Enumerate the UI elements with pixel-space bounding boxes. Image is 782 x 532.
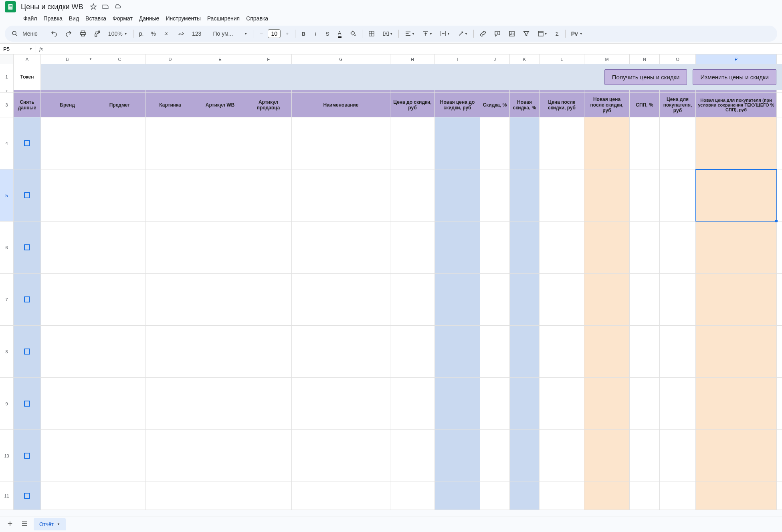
row-header-8[interactable]: 8 [0,326,14,377]
cell-B9[interactable] [41,378,94,429]
header-A[interactable]: Снять данные [14,93,41,117]
name-box[interactable]: P5▼ [0,45,36,53]
h-align-icon[interactable]: ▼ [401,28,418,39]
menu-edit[interactable]: Правка [40,14,65,22]
cell-O7[interactable] [660,274,696,325]
cell-A7[interactable] [14,274,41,325]
cell-H6[interactable] [390,222,435,273]
zoom-selector[interactable]: 100%▼ [105,29,131,38]
cell-C10[interactable] [94,430,145,482]
decrease-font-icon[interactable]: − [256,28,267,39]
cell-H5[interactable] [390,169,435,221]
currency-button[interactable]: р. [136,28,147,39]
paint-format-icon[interactable] [91,28,104,39]
checkbox-4[interactable] [24,140,30,146]
cell-K7[interactable] [510,274,540,325]
move-icon[interactable] [102,3,109,10]
cell-G8[interactable] [292,326,390,377]
cell-L8[interactable] [540,326,584,377]
cell-D10[interactable] [145,430,195,482]
cell-A4[interactable] [14,117,41,169]
cell-F7[interactable] [245,274,292,325]
cell-F10[interactable] [245,430,292,482]
cell-J8[interactable] [480,326,510,377]
italic-icon[interactable]: I [310,28,321,39]
cell-F9[interactable] [245,378,292,429]
cell-L6[interactable] [540,222,584,273]
cell-A9[interactable] [14,378,41,429]
header-P[interactable]: Новая цена для покупателя (при условии с… [696,93,777,117]
cell-M5[interactable] [584,169,630,221]
menu-file[interactable]: Файл [20,14,40,22]
cell-L9[interactable] [540,378,584,429]
cell-F5[interactable] [245,169,292,221]
cell-H4[interactable] [390,117,435,169]
cell-M6[interactable] [584,222,630,273]
checkbox-7[interactable] [24,296,30,302]
font-size-input[interactable] [268,29,281,38]
cell-B6[interactable] [41,222,94,273]
cell-B11[interactable] [41,482,94,510]
cell-B4[interactable] [41,117,94,169]
header-N[interactable]: СПП, % [630,93,660,117]
cell-F11[interactable] [245,482,292,510]
set-prices-button[interactable]: Изменить цены и скидки [693,69,776,85]
filter-views-icon[interactable]: ▼ [534,28,551,39]
row-header-5[interactable]: 5 [0,169,14,221]
cell-J10[interactable] [480,430,510,482]
cell-L10[interactable] [540,430,584,482]
col-header-C[interactable]: C [94,54,145,64]
document-title[interactable]: Цены и скидки WB [21,3,83,11]
col-header-L[interactable]: L [540,54,584,64]
cell-L5[interactable] [540,169,584,221]
row-header-7[interactable]: 7 [0,274,14,325]
cell-J4[interactable] [480,117,510,169]
row-header-3[interactable]: 3 [0,93,14,117]
cell-C8[interactable] [94,326,145,377]
cell-I11[interactable] [435,482,480,510]
sheet-tab-1[interactable]: Отчёт▼ [34,518,66,530]
cell-G11[interactable] [292,482,390,510]
cell-H10[interactable] [390,430,435,482]
cell-I10[interactable] [435,430,480,482]
increase-font-icon[interactable]: + [281,28,293,39]
cell-C4[interactable] [94,117,145,169]
undo-icon[interactable] [47,28,61,39]
cloud-icon[interactable] [114,3,121,10]
cell-D6[interactable] [145,222,195,273]
cell-I7[interactable] [435,274,480,325]
cell-I9[interactable] [435,378,480,429]
checkbox-6[interactable] [24,244,30,250]
header-G[interactable]: Наименование [292,93,390,117]
checkbox-11[interactable] [24,493,30,499]
cell-O8[interactable] [660,326,696,377]
col-header-J[interactable]: J [480,54,510,64]
decrease-decimal-icon[interactable]: .0 [160,28,174,39]
cell-J6[interactable] [480,222,510,273]
cell-P6[interactable] [696,222,777,273]
cell-E8[interactable] [195,326,245,377]
header-J[interactable]: Скидка, % [480,93,510,117]
header-B[interactable]: Бренд [41,93,94,117]
checkbox-9[interactable] [24,401,30,407]
cell-C6[interactable] [94,222,145,273]
merge-cells-icon[interactable]: ▼ [379,28,396,39]
cell-G7[interactable] [292,274,390,325]
cell-A5[interactable] [14,169,41,221]
cell-D9[interactable] [145,378,195,429]
percent-button[interactable]: % [148,28,159,39]
toolbar-menus-label[interactable]: Меню [22,30,38,37]
add-sheet-icon[interactable] [5,518,15,530]
cell-N5[interactable] [630,169,660,221]
cell-B10[interactable] [41,430,94,482]
cell-G5[interactable] [292,169,390,221]
cell-N6[interactable] [630,222,660,273]
cell-L4[interactable] [540,117,584,169]
cell-G6[interactable] [292,222,390,273]
cell-L7[interactable] [540,274,584,325]
header-L[interactable]: Цена после скидки, руб [540,93,584,117]
cell-A11[interactable] [14,482,41,510]
cell-M11[interactable] [584,482,630,510]
cell-F8[interactable] [245,326,292,377]
cell-K8[interactable] [510,326,540,377]
